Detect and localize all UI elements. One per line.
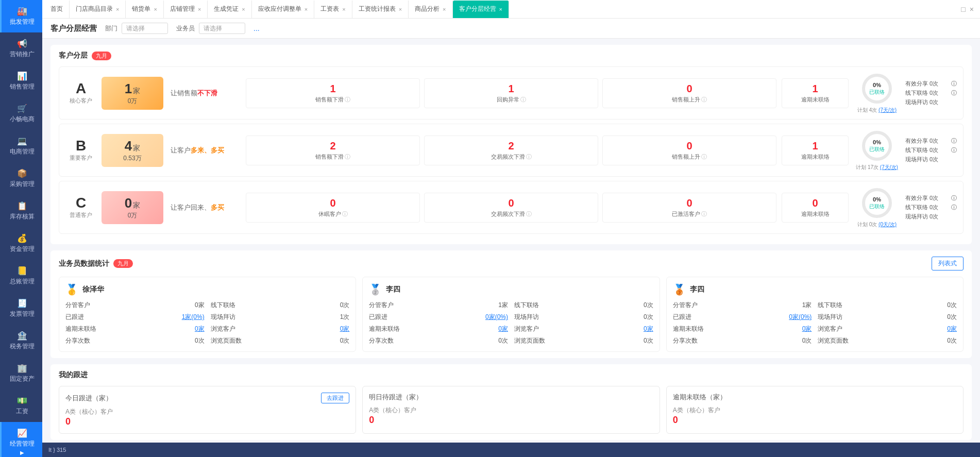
tier-a-metric-0-info[interactable]: ⓘ [345,96,350,104]
sidebar-item-shuiwu[interactable]: 🏦 税务管理 [0,325,42,357]
staff-stat-2-6-label: 分享次数 [673,336,698,345]
xiaoshou-icon: 📊 [17,71,27,81]
tier-c-metric-1[interactable]: 0 交易频次下滑 ⓘ [424,193,598,223]
staff-select[interactable]: 请选择 [199,23,245,34]
staff-stat-2-2-val[interactable]: 0家(0%) [789,313,812,321]
staff-card-2: 🥉 李四 分管客户 1家 线下联络 0次 已跟进 [666,277,964,352]
tab-customer-segment-close[interactable]: × [499,6,502,12]
tier-c-plan-link[interactable]: (0天/次) [878,222,897,227]
fapiao-icon: 🧾 [17,298,27,308]
tier-a-metric-2[interactable]: 0 销售额上升 ⓘ [602,78,776,108]
sidebar-item-yingxiao[interactable]: 📢 营销推广 [0,32,42,65]
tab-sales-order-close[interactable]: × [154,6,157,12]
sidebar-item-xiaodian[interactable]: 🛒 小畅电商 [0,97,42,130]
tab-home[interactable]: 首页 [44,1,70,18]
tier-a-metric-1[interactable]: 1 回购异常 ⓘ [424,78,598,108]
sidebar-item-jingying-label: 经营管理 [10,439,35,448]
tab-payroll[interactable]: 工资表 × [314,1,352,18]
tab-payroll-report-close[interactable]: × [399,6,402,12]
tier-c-count-num: 0 [125,195,132,211]
staff-stat-1-5-val[interactable]: 0家 [644,325,653,333]
sidebar-item-xiaoshou[interactable]: 📊 销售管理 [0,65,42,97]
list-view-btn[interactable]: 列表式 [932,257,964,270]
staff-stat-0-5-val[interactable]: 0家 [340,325,350,333]
tier-b-side-stat-1-info[interactable]: ⓘ [951,146,957,154]
sidebar-item-caigou[interactable]: 📦 采购管理 [0,162,42,195]
tier-a-side-stat-2: 现场拜访 0次 [905,98,957,106]
tab-store-mgmt-close[interactable]: × [198,6,201,12]
tab-payroll-label: 工资表 [320,5,339,13]
tab-voucher[interactable]: 生成凭证 × [208,1,251,18]
staff-stat-0-2-val[interactable]: 1家(0%) [182,313,205,321]
tab-store-products-close[interactable]: × [116,6,119,12]
staff-stat-1-2-val[interactable]: 0家(0%) [485,313,508,321]
tier-b-suggest-text: 让客户 [171,146,191,154]
tab-store-products[interactable]: 门店商品目录 × [70,1,126,18]
tab-goods-analysis-close[interactable]: × [443,6,446,12]
staff-grid: 🥇 徐泽华 分管客户 0家 线下联络 0次 已跟进 [59,277,964,352]
tier-b-metric-0[interactable]: 2 销售额下滑 ⓘ [246,136,420,165]
tab-close-all-btn[interactable]: × [970,5,974,13]
sidebar-item-zijin[interactable]: 💰 资金管理 [0,227,42,260]
kucun-icon: 📋 [17,201,27,211]
tier-a-metric-1-info[interactable]: ⓘ [520,96,526,104]
staff-stat-0-4: 逾期未联络 0家 [65,325,205,333]
tier-c-metric-0-info[interactable]: ⓘ [342,210,348,218]
staff-stat-1-4-val[interactable]: 0家 [498,325,508,333]
tier-a-name: 核心客户 [70,97,92,105]
staff-stat-2-0: 分管客户 1家 [673,301,812,310]
tier-a-circle-text: 0% 已联络 [869,82,885,96]
tab-payroll-report[interactable]: 工资统计报表 × [352,1,409,18]
sidebar-item-gudingzichan[interactable]: 🏢 固定资产 [0,357,42,390]
more-filter-btn[interactable]: ... [254,24,260,32]
tier-b-metric-1-num: 2 [430,140,593,152]
tier-a-side-stat-1-info[interactable]: ⓘ [951,89,957,97]
sidebar-item-dianshang[interactable]: 💻 电商管理 [0,130,42,162]
staff-stat-2-4-val[interactable]: 0家 [802,325,812,333]
tier-c-side-stat-0-info[interactable]: ⓘ [951,194,957,202]
tier-a-circle-plan: 计划 4次 (7天/次) [857,107,897,114]
staff-stat-2-5-val[interactable]: 0家 [947,325,957,333]
tab-receivable-close[interactable]: × [305,6,308,12]
sidebar-item-fapiao[interactable]: 🧾 发票管理 [0,292,42,325]
tier-a-side-stat-0-info[interactable]: ⓘ [951,80,957,88]
tier-c-metric-2[interactable]: 0 已激活客户 ⓘ [602,193,776,223]
tab-customer-segment[interactable]: 客户分层经营 × [453,1,509,18]
tab-maximize-btn[interactable]: □ [961,5,965,13]
tab-store-mgmt[interactable]: 店铺管理 × [164,1,208,18]
sidebar-item-jingying[interactable]: 📈 经营管理 ▶ [0,422,42,457]
tab-goods-analysis[interactable]: 商品分析 × [409,1,452,18]
tier-a-metric-0[interactable]: 1 销售额下滑 ⓘ [246,78,420,108]
tier-a-plan-link[interactable]: (7天/次) [878,107,897,113]
tier-a-metric-2-info[interactable]: ⓘ [701,96,707,104]
tab-payroll-close[interactable]: × [342,6,345,12]
dept-select[interactable]: 请选择 [122,23,168,34]
tier-row-b: B 重要客户 4 家 0.53万 让客户多来、多买 2 销售额下滑 ⓘ [59,124,964,177]
tier-c-metric-0[interactable]: 0 休眠客户 ⓘ [246,193,420,223]
tier-b-metric-1-info[interactable]: ⓘ [526,153,532,161]
tier-c-side-stat-1-info[interactable]: ⓘ [951,204,957,211]
tier-c-metric-2-label: 已激活客户 ⓘ [608,210,771,218]
sidebar-item-pifa[interactable]: 🏭 批发管理 [0,0,42,32]
tier-b-metric-2-info[interactable]: ⓘ [701,153,707,161]
tier-b-metric-0-info[interactable]: ⓘ [345,153,350,161]
tier-c-metric-2-info[interactable]: ⓘ [701,210,707,218]
tab-sales-order[interactable]: 销货单 × [126,1,163,18]
staff-stat-2-7: 浏览页面数 0次 [818,336,957,345]
tab-receivable[interactable]: 应收应付调整单 × [252,1,314,18]
tier-c-metric-1-info[interactable]: ⓘ [526,210,532,218]
tier-b-circle-plan: 计划 17次 (7天/次) [856,164,898,171]
tier-b-side-stat-0-info[interactable]: ⓘ [951,137,957,145]
staff-stat-2-6-val: 0次 [802,336,812,345]
go-followup-btn[interactable]: 去跟进 [321,393,349,403]
staff-stat-0-4-val[interactable]: 0家 [195,325,205,333]
sidebar-item-zhangmu[interactable]: 📒 总账管理 [0,260,42,292]
tab-voucher-close[interactable]: × [242,6,245,12]
tier-b-metric-1[interactable]: 2 交易频次下滑 ⓘ [424,136,598,165]
sidebar-item-gongzi[interactable]: 💵 工资 [0,390,42,422]
tab-sales-order-label: 销货单 [132,5,150,13]
sidebar-item-kucun[interactable]: 📋 库存核算 [0,195,42,227]
tier-b-plan-link[interactable]: (7天/次) [880,164,898,170]
tier-b-side-stat-1: 线下联络 0次 ⓘ [905,146,957,154]
tier-b-metric-2[interactable]: 0 销售额上升 ⓘ [602,136,776,165]
